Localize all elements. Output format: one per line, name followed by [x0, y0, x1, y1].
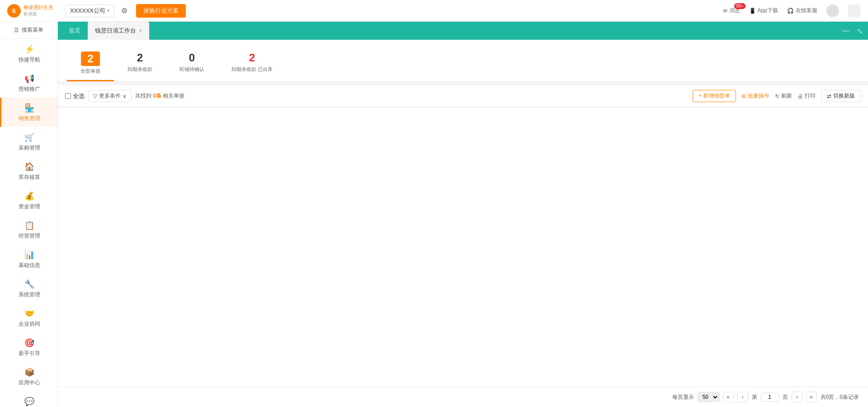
page-label: 第	[752, 393, 757, 401]
page-input[interactable]	[761, 393, 779, 402]
sidebar-item-app-center[interactable]: 📦 应用中心	[0, 362, 57, 391]
stat-tab-pending[interactable]: 0 旺铺待确认	[166, 47, 218, 81]
sidebar-item-label: 应用中心	[19, 379, 40, 387]
gear-icon: ⚙	[121, 6, 127, 15]
search-menu-button[interactable]: ☰ 搜索菜单	[0, 22, 57, 39]
settings-button[interactable]: ⚙	[118, 5, 131, 17]
first-page-button[interactable]: «	[723, 392, 734, 402]
switch-version-button[interactable]: ⇄ 切换新版	[821, 90, 861, 102]
company-selector[interactable]: XXXXXX公司 ▾	[65, 5, 114, 17]
stats-row: 2 全部单据 2 到期未收款 0 旺铺待确认 2 到期未收款 已出库	[58, 40, 868, 82]
message-button[interactable]: ✉ 消息 99+	[723, 7, 740, 14]
switch-label: 切换新版	[833, 92, 855, 100]
search-icon: ☰	[14, 27, 19, 33]
total-label: 共0页，0条记录	[821, 393, 859, 401]
filter-button[interactable]: ▽ 更多条件 ∨	[88, 90, 132, 102]
sidebar-item-quick-nav[interactable]: ⚡ 快捷导航	[0, 39, 57, 68]
tab-work-station[interactable]: 钱货日清工作台 ×	[88, 22, 149, 40]
select-all-checkbox[interactable]: 全选	[65, 92, 85, 100]
stat-tab-out[interactable]: 2 到期未收款 已出库	[218, 47, 286, 81]
print-label: 打印	[805, 92, 816, 100]
avatar[interactable]	[826, 5, 839, 17]
package-icon: 📦	[24, 367, 34, 377]
lightning-icon: ⚡	[24, 44, 34, 54]
sidebar-item-label: 采购管理	[19, 144, 40, 152]
sidebar-item-cooperation[interactable]: 🤝 企业协同	[0, 303, 57, 332]
sidebar-item-sales[interactable]: 🏪 销售管理	[0, 98, 57, 127]
filter-icon: ▽	[93, 93, 97, 99]
add-sale-button[interactable]: + 新增销货单	[693, 90, 736, 102]
sidebar-item-label: 库存核算	[19, 173, 40, 181]
chevron-down-icon: ∨	[123, 93, 127, 99]
sidebar-item-label: 快捷导航	[19, 56, 40, 64]
found-text: 共找到 0条 相关单据	[135, 92, 184, 100]
stat-count-overdue: 2	[137, 51, 143, 64]
content-area: 2 全部单据 2 到期未收款 0 旺铺待确认 2 到期未收款 已出库	[58, 40, 868, 407]
service-icon: 🎧	[787, 8, 794, 14]
online-service-label: 在线客服	[796, 7, 817, 14]
table-area	[58, 108, 868, 387]
sidebar-item-label: 系统管理	[19, 291, 40, 299]
search-menu-label: 搜索菜单	[22, 26, 43, 34]
stat-count-pending: 0	[189, 51, 195, 64]
tab-right-actions: — ⤡	[840, 25, 864, 37]
stat-label-overdue: 到期未收款	[127, 66, 152, 73]
tab-close-icon[interactable]: ×	[139, 28, 142, 34]
toolbar-right: + 新增销货单 ⊞ 批量操作 ↻ 刷新 🖨 打印 ⇄	[693, 90, 861, 102]
tab-home[interactable]: 首页	[61, 22, 88, 40]
window-minimize-icon[interactable]: —	[840, 25, 851, 37]
stats-tabs: 2 全部单据 2 到期未收款 0 旺铺待确认 2 到期未收款 已出库	[67, 47, 859, 81]
sidebar-item-inventory[interactable]: 🏠 库存核算	[0, 156, 57, 186]
sidebar-item-basic-info[interactable]: 📊 基础信息	[0, 244, 57, 274]
home-icon: 🏠	[24, 162, 34, 172]
shop-icon: 🏪	[24, 103, 34, 113]
target-icon: 🎯	[24, 338, 34, 348]
sidebar-item-label: 新手引导	[19, 350, 40, 357]
user-menu[interactable]	[848, 5, 861, 17]
sidebar: ☰ 搜索菜单 ⚡ 快捷导航 📢 营销推广 🏪 销售管理 🛒 采购管理 🏠 库存核…	[0, 22, 58, 407]
last-page-button[interactable]: »	[806, 392, 817, 402]
sidebar-item-label: 营销推广	[19, 85, 40, 93]
next-page-button[interactable]: ›	[792, 392, 802, 402]
message-icon: ✉	[723, 8, 727, 14]
logo-area: 6 畅捷通好生意 标准版	[7, 4, 65, 18]
sidebar-item-guide[interactable]: 🎯 新手引导	[0, 332, 57, 362]
batch-icon: ⊞	[741, 93, 746, 99]
stat-tab-overdue[interactable]: 2 到期未收款	[114, 47, 166, 81]
per-page-select[interactable]: 50	[698, 392, 719, 402]
money-icon: 💰	[24, 191, 34, 201]
stat-count-all: 2	[81, 51, 99, 66]
sidebar-item-system[interactable]: 🔧 系统管理	[0, 274, 57, 303]
logo-icon: 6	[7, 4, 21, 18]
pagination: 每页显示 50 « ‹ 第 页 › » 共0页，0条记录	[58, 387, 868, 407]
print-button[interactable]: 🖨 打印	[797, 92, 816, 100]
refresh-button[interactable]: ↻ 刷新	[775, 92, 792, 100]
sidebar-item-marketing[interactable]: 📢 营销推广	[0, 68, 57, 98]
sidebar-item-operations[interactable]: 📋 经营管理	[0, 215, 57, 244]
refresh-label: 刷新	[781, 92, 792, 100]
sidebar-item-finance[interactable]: 💰 资金管理	[0, 186, 57, 215]
company-name: XXXXXX公司	[70, 7, 105, 15]
download-icon: 📱	[749, 8, 756, 14]
sidebar-item-wechat[interactable]: 💬 企业微信	[0, 391, 57, 407]
select-all-input[interactable]	[65, 93, 71, 99]
window-expand-icon[interactable]: ⤡	[855, 25, 864, 37]
trial-button[interactable]: 体验行业方案	[136, 4, 186, 18]
megaphone-icon: 📢	[24, 74, 34, 84]
sidebar-item-purchase[interactable]: 🛒 采购管理	[0, 127, 57, 156]
online-service-button[interactable]: 🎧 在线客服	[787, 7, 817, 14]
per-page-label: 每页显示	[672, 393, 694, 401]
stat-tab-all[interactable]: 2 全部单据	[67, 47, 114, 81]
chevron-down-icon: ▾	[107, 8, 109, 13]
logo-sub: 标准版	[24, 11, 53, 17]
chat-icon: 💬	[24, 397, 34, 407]
stat-label-pending: 旺铺待确认	[179, 66, 204, 73]
chart-icon: 📊	[24, 250, 34, 260]
batch-operation-button[interactable]: ⊞ 批量操作	[741, 92, 769, 100]
sidebar-item-label: 企业协同	[19, 320, 40, 328]
wrench-icon: 🔧	[24, 279, 34, 289]
filter-label: 更多条件	[99, 92, 121, 100]
cart-icon: 🛒	[24, 132, 34, 142]
prev-page-button[interactable]: ‹	[737, 392, 748, 402]
app-download-button[interactable]: 📱 App下载	[749, 7, 778, 14]
